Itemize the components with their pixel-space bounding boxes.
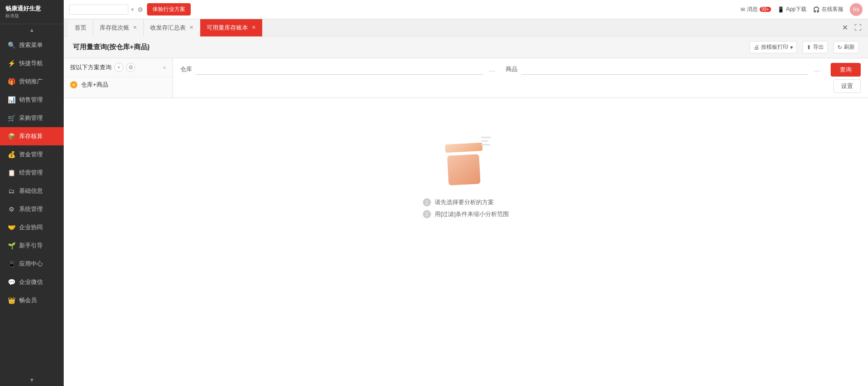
scheme-header: 按以下方案查询 + ⚙ «	[64, 58, 173, 77]
sidebar-item-label: 企业微信	[19, 278, 43, 286]
sidebar-item-label: 销售管理	[19, 96, 43, 104]
sidebar-item-marketing[interactable]: 🎁 营销推广	[0, 72, 64, 91]
tip-num-1: 1	[423, 198, 431, 206]
box-lid	[445, 143, 482, 153]
tab-batch-account[interactable]: 库存批次账 ✕	[93, 19, 144, 36]
flash-icon: ⚡	[7, 59, 15, 67]
filter-area: 仓库 … 商品 …	[173, 58, 831, 80]
industry-solution-button[interactable]: 体验行业方案	[147, 3, 191, 15]
message-action[interactable]: ✉ 消息 99+	[741, 5, 771, 13]
tab-close-icon[interactable]: ✕	[133, 25, 137, 31]
sidebar-scroll-up[interactable]: ▲	[0, 24, 64, 36]
sidebar-item-search[interactable]: 🔍 搜索菜单	[0, 36, 64, 54]
refresh-icon: ↻	[838, 44, 842, 51]
folder-icon: 🗂	[7, 187, 15, 195]
headset-icon: 🎧	[813, 6, 820, 13]
empty-tip-2: 2 用[过滤]条件来缩小分析范围	[423, 210, 509, 218]
empty-tip-1: 1 请先选择要分析的方案	[423, 198, 509, 206]
sidebar-item-basic-info[interactable]: 🗂 基础信息	[0, 182, 64, 200]
sidebar-item-label: 基础信息	[19, 187, 43, 195]
avatar[interactable]: Rit	[850, 3, 863, 16]
export-button[interactable]: ⬆ 导出	[802, 41, 828, 53]
tab-receipt-summary-label: 收发存汇总表	[150, 24, 186, 32]
product-label: 商品	[506, 65, 518, 73]
sidebar-item-wechat[interactable]: 💬 企业微信	[0, 273, 64, 291]
sidebar-item-app-center[interactable]: 📱 应用中心	[0, 255, 64, 273]
sidebar-item-label: 畅会员	[19, 296, 37, 304]
add-scheme-button[interactable]: +	[114, 63, 123, 72]
tip-text-2: 用[过滤]条件来缩小分析范围	[435, 210, 509, 218]
sidebar-item-label: 系统管理	[19, 205, 43, 213]
deco-line-3	[481, 144, 490, 145]
product-field: 商品 …	[506, 64, 824, 75]
tab-available-account[interactable]: 可用量库存账本 ✕	[200, 19, 263, 36]
sidebar-scroll-down[interactable]: ▼	[0, 374, 64, 386]
chart-icon: 📊	[7, 96, 15, 104]
scheme-settings-button[interactable]: ⚙	[126, 63, 135, 72]
header-actions: ✉ 消息 99+ 📱 App下载 🎧 在线客服 Rit	[741, 3, 863, 16]
refresh-button[interactable]: ↻ 刷新	[833, 41, 859, 53]
deco-line-2	[481, 140, 488, 142]
deco-lines	[481, 137, 491, 145]
chevron-down-icon: ▾	[131, 6, 134, 13]
tab-close-icon[interactable]: ✕	[252, 25, 256, 31]
breadcrumb: ▾	[69, 5, 134, 15]
tab-receipt-summary[interactable]: 收发存汇总表 ✕	[144, 19, 200, 36]
scheme-header-label: 按以下方案查询	[70, 63, 112, 72]
sidebar-item-purchase[interactable]: 🛒 采购管理	[0, 109, 64, 127]
sidebar-item-inventory[interactable]: 📦 库存核算	[0, 127, 64, 145]
scheme-item-warehouse-product[interactable]: ● 仓库+商品	[64, 77, 173, 93]
app-download-label: App下载	[786, 5, 807, 13]
online-service-label: 在线客服	[822, 5, 843, 13]
message-badge: 99+	[760, 7, 771, 12]
sidebar-item-operation[interactable]: 📋 经营管理	[0, 164, 64, 182]
sidebar-item-shortcut[interactable]: ⚡ 快捷导航	[0, 54, 64, 72]
product-input[interactable]	[521, 64, 808, 75]
sidebar-item-cooperation[interactable]: 🤝 企业协同	[0, 218, 64, 237]
export-label: 导出	[813, 43, 824, 51]
collapse-scheme-button[interactable]: «	[163, 64, 166, 71]
message-label: 消息	[747, 5, 758, 13]
tip-num-2: 2	[423, 210, 431, 218]
handshake-icon: 🤝	[7, 223, 15, 232]
sidebar-item-label: 新手引导	[19, 242, 43, 250]
action-buttons: 查询 设置	[831, 58, 868, 98]
sidebar-item-member[interactable]: 👑 畅会员	[0, 291, 64, 309]
sidebar-item-system[interactable]: ⚙ 系统管理	[0, 200, 64, 218]
close-window-icon[interactable]: ✕	[840, 21, 850, 34]
query-button[interactable]: 查询	[831, 63, 861, 77]
print-label: 按模板打印	[761, 43, 788, 51]
tab-close-icon[interactable]: ✕	[189, 25, 193, 31]
tab-home[interactable]: 首页	[68, 19, 93, 36]
sidebar-item-guide[interactable]: 🌱 新手引导	[0, 237, 64, 255]
sidebar-item-finance[interactable]: 💰 资金管理	[0, 145, 64, 164]
app-download-action[interactable]: 📱 App下载	[777, 5, 807, 13]
empty-illustration	[439, 134, 493, 189]
sidebar-item-label: 快捷导航	[19, 59, 43, 67]
main-area: ▾ ⚙ 体验行业方案 ✉ 消息 99+ 📱 App下载 🎧 在线客服 Rit	[64, 0, 868, 386]
phone-icon: 📱	[777, 6, 784, 13]
print-button[interactable]: 🖨 按模板打印 ▾	[750, 41, 797, 53]
scheme-panel: 按以下方案查询 + ⚙ « ● 仓库+商品	[64, 58, 173, 98]
search-icon: 🔍	[7, 41, 15, 49]
sidebar: 畅康通好生意 标准版 ▲ 🔍 搜索菜单 ⚡ 快捷导航 🎁 营销推广 📊 销售管理…	[0, 0, 64, 386]
sidebar-item-label: 企业协同	[19, 223, 43, 232]
box-body	[447, 154, 480, 185]
nav-search-input[interactable]	[69, 5, 128, 15]
sidebar-item-sales[interactable]: 📊 销售管理	[0, 91, 64, 109]
user-name: Rit	[853, 7, 859, 12]
settings-icon[interactable]: ⚙	[137, 6, 143, 13]
product-more-icon[interactable]: …	[812, 64, 823, 74]
crown-icon: 👑	[7, 296, 15, 304]
dropdown-arrow-icon: ▾	[790, 44, 793, 51]
warehouse-more-icon[interactable]: …	[487, 64, 498, 74]
warehouse-input[interactable]	[196, 64, 483, 75]
cart-icon: 🛒	[7, 114, 15, 122]
tab-batch-account-label: 库存批次账	[100, 24, 129, 32]
online-service-action[interactable]: 🎧 在线客服	[813, 5, 843, 13]
maximize-icon[interactable]: ⛶	[853, 22, 863, 34]
refresh-label: 刷新	[844, 43, 855, 51]
box-icon: 📦	[7, 132, 15, 140]
filter-settings-button[interactable]: 设置	[833, 79, 861, 93]
sidebar-item-label: 应用中心	[19, 260, 43, 268]
